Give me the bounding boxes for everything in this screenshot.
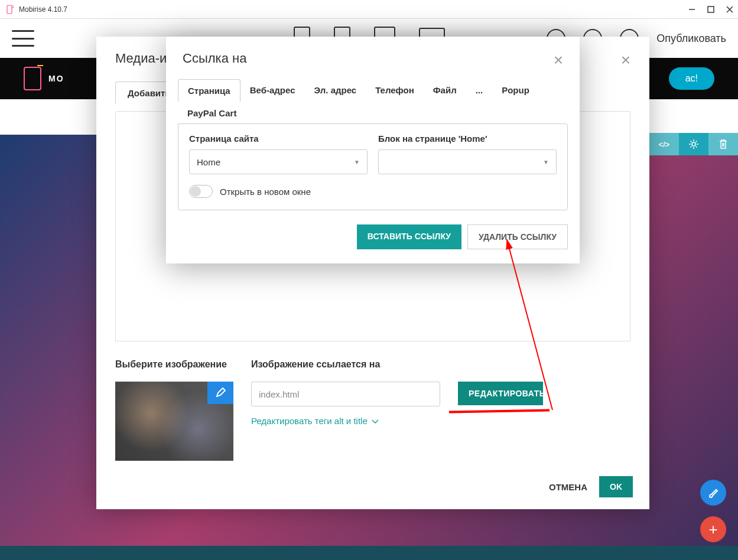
brand-icon (24, 67, 41, 90)
floating-actions: + (700, 480, 726, 542)
chevron-down-icon: ▼ (543, 159, 549, 165)
media-cancel-button[interactable]: ОТМЕНА (549, 482, 587, 492)
svg-rect-4 (708, 6, 714, 12)
media-ok-button[interactable]: OK (599, 476, 633, 497)
tab-page[interactable]: Страница (178, 79, 240, 102)
link-dialog: Ссылка на × Страница Веб-адрес Эл. адрес… (166, 37, 580, 263)
edit-alt-title-link[interactable]: Редактировать теги alt и title (251, 416, 440, 426)
edit-link-button[interactable]: РЕДАКТИРОВАТЬ С (458, 382, 543, 405)
site-page-select[interactable]: Home ▼ (189, 149, 368, 174)
window-titlebar: Mobirise 4.10.7 (0, 0, 738, 19)
code-icon[interactable]: </> (649, 133, 679, 155)
menu-button[interactable] (12, 30, 34, 47)
site-page-label: Страница сайта (189, 134, 368, 144)
insert-link-button[interactable]: ВСТАВИТЬ ССЫЛКУ (357, 224, 461, 249)
site-page-value: Home (197, 157, 220, 167)
media-dialog-close-icon[interactable]: × (621, 51, 630, 70)
app-icon (5, 5, 14, 14)
window-controls (688, 6, 733, 13)
tab-web-address[interactable]: Веб-адрес (240, 79, 305, 102)
tab-file[interactable]: Файл (424, 79, 466, 102)
link-dialog-title: Ссылка на (183, 51, 246, 70)
brand-text: MO (48, 74, 64, 83)
tab-phone[interactable]: Телефон (366, 79, 424, 102)
edit-image-icon[interactable] (207, 382, 233, 404)
tab-more[interactable]: ... (466, 79, 493, 102)
brush-fab[interactable] (700, 480, 726, 506)
open-new-window-toggle[interactable] (189, 185, 213, 198)
open-new-window-label: Открыть в новом окне (220, 187, 311, 197)
image-thumbnail[interactable] (115, 382, 233, 461)
tab-paypal-cart[interactable]: PayPal Cart (178, 102, 246, 124)
publish-button[interactable]: Опубликовать (656, 32, 726, 45)
canvas-footer-band (0, 546, 738, 560)
maximize-button[interactable] (707, 6, 714, 13)
remove-link-button[interactable]: УДАЛИТЬ ССЫЛКУ (467, 224, 568, 249)
try-now-button[interactable]: ас! (669, 67, 714, 90)
block-on-page-label: Блок на странице 'Home' (378, 134, 557, 144)
select-image-label: Выберите изображение (115, 359, 233, 370)
link-url-input[interactable] (251, 382, 440, 406)
image-links-to-label: Изображение ссылается на (251, 359, 630, 370)
svg-line-2 (12, 7, 14, 8)
window-title: Mobirise 4.10.7 (19, 5, 688, 14)
block-on-page-select[interactable]: ▼ (378, 149, 557, 174)
close-button[interactable] (726, 6, 733, 13)
brand-logo: MO (24, 67, 64, 90)
gear-icon[interactable] (679, 133, 708, 155)
trash-icon[interactable] (708, 133, 738, 155)
svg-point-7 (692, 142, 695, 146)
tab-email[interactable]: Эл. адрес (304, 79, 366, 102)
tab-popup[interactable]: Popup (492, 79, 539, 102)
minimize-button[interactable] (688, 6, 695, 13)
add-block-fab[interactable]: + (700, 516, 726, 542)
chevron-down-icon: ▼ (354, 159, 360, 165)
link-dialog-close-icon[interactable]: × (554, 51, 563, 70)
svg-rect-0 (7, 5, 12, 14)
